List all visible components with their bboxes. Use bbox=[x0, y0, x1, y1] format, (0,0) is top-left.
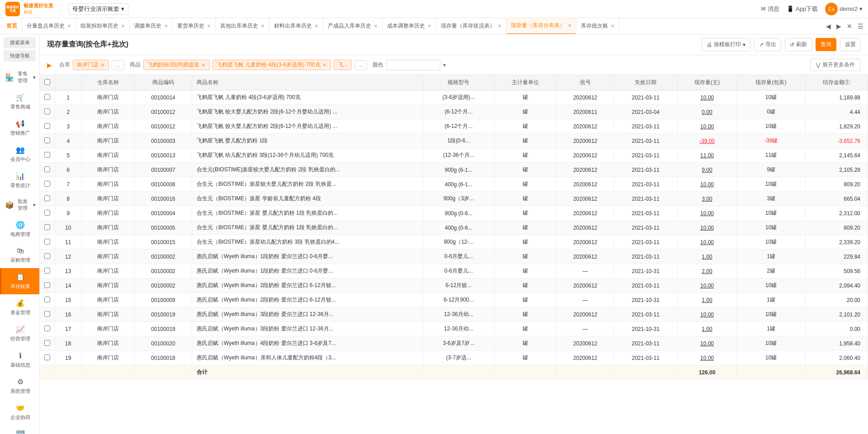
row-checkbox[interactable] bbox=[44, 181, 50, 187]
row-checkbox-cell[interactable] bbox=[40, 206, 55, 221]
row-qty-main[interactable]: 10.00 bbox=[677, 336, 736, 351]
sidebar-item-enterprise-collab[interactable]: 🤝 企业协同 bbox=[0, 399, 39, 425]
row-checkbox-cell[interactable] bbox=[40, 293, 55, 307]
tab-close-icon[interactable]: ✕ bbox=[428, 24, 431, 28]
row-qty-main[interactable]: 3.00 bbox=[677, 192, 736, 206]
sidebar-item-marketing[interactable]: 📢 营销推广 bbox=[0, 115, 39, 141]
row-qty-main[interactable]: 1.00 bbox=[677, 293, 736, 307]
sidebar-item-finance[interactable]: 💰 资金管理 bbox=[0, 294, 39, 321]
row-qty-main[interactable]: 1.00 bbox=[677, 322, 736, 336]
tab-product-in[interactable]: 产成品入库单历史 ✕ bbox=[323, 18, 382, 34]
row-checkbox-cell[interactable] bbox=[40, 221, 55, 235]
tab-mix[interactable]: 调拨单历史 ✕ bbox=[130, 18, 173, 34]
row-checkbox-cell[interactable] bbox=[40, 148, 55, 163]
tab-split-inventory[interactable]: 分量盘点单历史 ✕ bbox=[22, 18, 76, 34]
color-input[interactable] bbox=[386, 60, 440, 71]
row-qty-main[interactable]: 0.00 bbox=[677, 105, 736, 119]
row-qty-main[interactable]: 10.00 bbox=[677, 307, 736, 322]
chevron-down-icon-color[interactable]: ▾ bbox=[443, 62, 446, 68]
row-checkbox[interactable] bbox=[44, 239, 50, 245]
tab-close-icon[interactable]: ✕ bbox=[568, 23, 571, 28]
template-print-btn[interactable]: 🖨 按模板打印 ▾ bbox=[702, 38, 750, 51]
tab-menu-btn[interactable]: ☰ bbox=[855, 18, 866, 34]
tab-close-icon[interactable]: ✕ bbox=[498, 24, 501, 28]
tab-prev-btn[interactable]: ◀ bbox=[823, 18, 834, 34]
row-checkbox[interactable] bbox=[44, 108, 50, 114]
row-checkbox-cell[interactable] bbox=[40, 250, 55, 264]
warehouse-more-btn[interactable]: ... bbox=[112, 60, 124, 70]
product-tag-0-remove[interactable]: ✕ bbox=[201, 62, 206, 68]
row-checkbox[interactable] bbox=[44, 94, 50, 100]
enterprise-selector[interactable]: 母婴行业演示账套 ▾ bbox=[68, 3, 128, 15]
user-area[interactable]: Ea demo2 ▾ bbox=[825, 3, 863, 15]
product-tag-2[interactable]: 飞... bbox=[334, 60, 352, 70]
row-qty-main[interactable]: 10.00 bbox=[677, 206, 736, 221]
row-checkbox[interactable] bbox=[44, 152, 50, 158]
row-qty-main[interactable]: 10.00 bbox=[677, 177, 736, 192]
row-qty-main[interactable]: 2.00 bbox=[677, 264, 736, 278]
row-checkbox-cell[interactable] bbox=[40, 351, 55, 365]
tab-next-btn[interactable]: ▶ bbox=[834, 18, 844, 34]
tab-close-icon[interactable]: ✕ bbox=[315, 24, 318, 28]
tab-inv-distribution[interactable]: 现存量（库存分布表） ✕ bbox=[506, 18, 576, 34]
product-tag-1-remove[interactable]: ✕ bbox=[322, 62, 327, 68]
sidebar-item-member-center[interactable]: 👥 会员中心 bbox=[0, 141, 39, 167]
row-checkbox[interactable] bbox=[44, 137, 50, 143]
app-download-btn[interactable]: 📱 App下载 bbox=[787, 5, 818, 13]
row-checkbox-cell[interactable] bbox=[40, 278, 55, 293]
sidebar-item-ecommerce[interactable]: 🌐 电商管理 bbox=[0, 216, 39, 242]
select-all-checkbox[interactable] bbox=[44, 79, 50, 85]
row-checkbox[interactable] bbox=[44, 166, 50, 172]
tab-cost-adjust[interactable]: 成本调整单历史 ✕ bbox=[382, 18, 436, 34]
row-qty-main[interactable]: 10.00 bbox=[677, 235, 736, 250]
row-qty-main[interactable]: 11.00 bbox=[677, 148, 736, 163]
sidebar-item-retail-shop[interactable]: 🛒 零售商城 bbox=[0, 89, 39, 115]
row-checkbox[interactable] bbox=[44, 253, 50, 259]
product-tag-1[interactable]: 飞鹤星飞帆 儿童奶粉 4段(3-6岁适用) 700克 ✕ bbox=[212, 60, 331, 70]
refresh-btn[interactable]: ↺ 刷新 bbox=[785, 38, 812, 51]
sidebar-item-basic-info[interactable]: ℹ 基础信息 bbox=[0, 347, 39, 373]
row-checkbox[interactable] bbox=[44, 297, 50, 302]
row-checkbox-cell[interactable] bbox=[40, 264, 55, 278]
row-checkbox-cell[interactable] bbox=[40, 322, 55, 336]
tab-close-icon[interactable]: ✕ bbox=[374, 24, 377, 28]
tab-close-icon[interactable]: ✕ bbox=[67, 24, 71, 28]
row-checkbox-cell[interactable] bbox=[40, 163, 55, 177]
row-checkbox[interactable] bbox=[44, 311, 50, 317]
row-checkbox-cell[interactable] bbox=[40, 177, 55, 192]
row-qty-main[interactable]: 10.00 bbox=[677, 119, 736, 134]
row-qty-main[interactable]: 1.00 bbox=[677, 250, 736, 264]
row-checkbox[interactable] bbox=[44, 195, 50, 201]
sidebar-item-inventory-check[interactable]: 📋 库存核算 bbox=[0, 268, 39, 294]
sidebar-item-operations[interactable]: 📈 经营管理 bbox=[0, 321, 39, 347]
row-checkbox-cell[interactable] bbox=[40, 105, 55, 119]
row-checkbox-cell[interactable] bbox=[40, 235, 55, 250]
settings-btn[interactable]: 设置 bbox=[840, 38, 861, 51]
row-checkbox[interactable] bbox=[44, 224, 50, 230]
sidebar-item-wholesale-mgmt[interactable]: 📦 批发管理 ▾ bbox=[0, 193, 39, 216]
row-qty-main[interactable]: 10.00 bbox=[677, 278, 736, 293]
row-qty-main[interactable]: 10.00 bbox=[677, 351, 736, 365]
tab-close-icon[interactable]: ✕ bbox=[611, 24, 614, 28]
tab-assembly[interactable]: 组装拆卸单历史 ✕ bbox=[76, 18, 130, 34]
tab-batch-account[interactable]: 库存批次账 ✕ bbox=[576, 18, 619, 34]
warehouse-tag-remove[interactable]: ✕ bbox=[100, 62, 105, 68]
messages-btn[interactable]: ✉ 消息 bbox=[761, 5, 779, 13]
tab-close-icon[interactable]: ✕ bbox=[207, 24, 211, 28]
row-qty-main[interactable]: 10.00 bbox=[677, 90, 736, 105]
quick-nav-btn[interactable]: 快捷导航 bbox=[4, 50, 36, 61]
product-tag-0[interactable]: 飞鹤奶粉3段丙措提装 ✕ bbox=[143, 60, 210, 70]
row-checkbox[interactable] bbox=[44, 210, 50, 216]
row-checkbox-cell[interactable] bbox=[40, 192, 55, 206]
row-checkbox-cell[interactable] bbox=[40, 307, 55, 322]
row-qty-main[interactable]: 9.00 bbox=[677, 163, 736, 177]
row-qty-main[interactable]: -39.00 bbox=[677, 134, 736, 148]
tab-request[interactable]: 要货单历史 ✕ bbox=[173, 18, 216, 34]
filter-expand-icon[interactable]: ▶ bbox=[47, 61, 52, 69]
sidebar-item-retail-stats[interactable]: 📊 零售统计 bbox=[0, 167, 39, 193]
row-checkbox-cell[interactable] bbox=[40, 336, 55, 351]
expand-conditions-btn[interactable]: ⋁ 展开更多条件 bbox=[810, 59, 861, 71]
tab-close-icon[interactable]: ✕ bbox=[261, 24, 264, 28]
row-checkbox[interactable] bbox=[44, 268, 50, 274]
tab-other-out[interactable]: 其他出库单历史 ✕ bbox=[216, 18, 269, 34]
